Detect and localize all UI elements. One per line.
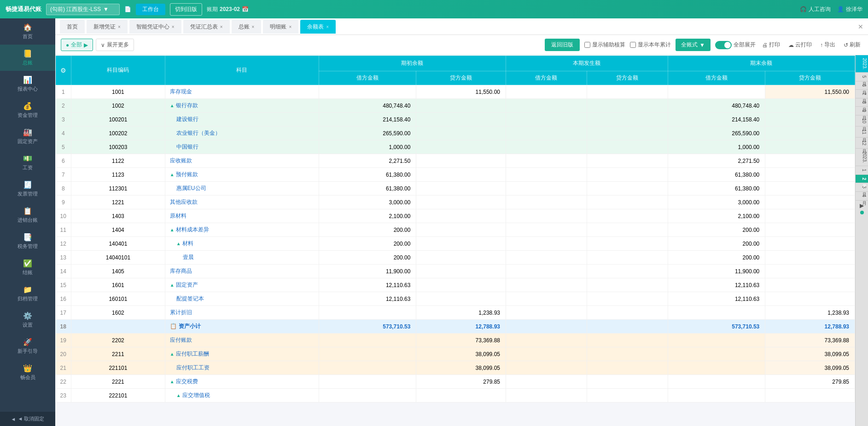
month-4[interactable]: 4月 <box>856 192 868 201</box>
show-aux-checkbox-label[interactable]: 显示辅助核算 <box>584 41 625 49</box>
row-opening_credit <box>416 127 506 140</box>
print-button[interactable]: 🖨 打印 <box>760 40 782 50</box>
gear-settings-icon[interactable]: ⚙ <box>60 67 66 74</box>
back-old-button[interactable]: 返回旧版 <box>545 39 580 51</box>
sidebar-item-member[interactable]: 👑 畅会员 <box>0 359 55 386</box>
month-3[interactable]: 3月 <box>856 183 868 192</box>
row-name[interactable]: ▲预付账款 <box>165 168 319 182</box>
sidebar-item-tax[interactable]: 📑 税务管理 <box>0 228 55 254</box>
row-name[interactable]: 惠属EU公司 <box>165 182 319 196</box>
show-year-accum-label[interactable]: 显示本年累计 <box>630 41 671 49</box>
close-balance-icon[interactable]: × <box>326 24 329 29</box>
row-current_debit <box>506 361 587 375</box>
tab-ledger[interactable]: 总账 × <box>232 20 262 34</box>
row-name[interactable]: ▲材料 <box>165 237 319 251</box>
row-name[interactable]: 壹晨 <box>165 251 319 265</box>
close-ledger-icon[interactable]: × <box>252 24 255 29</box>
row-name[interactable]: 配提签记本 <box>165 292 319 306</box>
tab-balance[interactable]: 余额表 × <box>300 20 336 34</box>
close-smart-center-icon[interactable]: × <box>172 24 175 29</box>
row-name[interactable]: 库存现金 <box>165 85 319 99</box>
month-2-active[interactable]: 2月 <box>856 175 868 184</box>
row-current_credit <box>587 306 668 320</box>
row-name[interactable]: ▲应交税费 <box>165 375 319 389</box>
row-name[interactable]: 应付账款 <box>165 334 319 347</box>
expand-more-button[interactable]: ∨ 展开更多 <box>96 39 134 51</box>
row-opening_credit <box>416 140 506 154</box>
table-right-wrapper: ⚙ 科目编码 科目 期初余额 本 <box>55 55 868 426</box>
year-2023-top[interactable]: 2023. <box>856 55 868 73</box>
row-name[interactable]: 中国银行 <box>165 140 319 154</box>
sidebar-item-payroll[interactable]: 💵 工资 <box>0 150 55 176</box>
sidebar-item-purchase[interactable]: 📋 进销台账 <box>0 202 55 228</box>
month-10[interactable]: 10月 <box>856 115 868 127</box>
settings-col-header[interactable]: ⚙ <box>56 56 71 85</box>
month-7[interactable]: 7月 <box>856 90 868 98</box>
show-year-accum-checkbox[interactable] <box>630 42 636 48</box>
show-aux-checkbox[interactable] <box>584 42 590 48</box>
radio-icon: ● <box>66 42 69 48</box>
row-name[interactable]: 应付职工工资 <box>165 361 319 375</box>
row-opening_debit: 480,748.40 <box>319 99 416 113</box>
export-button[interactable]: ↑ 导出 <box>818 40 837 50</box>
row-closing_debit: 480,748.40 <box>668 99 765 113</box>
close-all-tabs-icon[interactable]: ✕ <box>858 23 863 30</box>
close-voucher-summary-icon[interactable]: × <box>220 24 223 29</box>
row-closing_debit: 3,000.00 <box>668 196 765 209</box>
month-9[interactable]: 9月 <box>856 107 868 115</box>
month-12[interactable]: 12月 <box>856 138 868 149</box>
sidebar-item-reports[interactable]: 📊 报表中心 <box>0 71 55 97</box>
month-5[interactable]: 5月 <box>856 73 868 81</box>
user-menu[interactable]: 👤 徐泽华 <box>837 6 862 13</box>
tab-new-voucher[interactable]: 新增凭证 × <box>87 20 128 34</box>
tab-home[interactable]: 首页 <box>60 20 85 34</box>
sidebar-item-invoice[interactable]: 🧾 发票管理 <box>0 176 55 202</box>
consult-link[interactable]: 🎧 人工咨询 <box>800 6 831 13</box>
sidebar-item-archive[interactable]: 📁 归档管理 <box>0 281 55 307</box>
tab-smart-center[interactable]: 智能凭证中心 × <box>129 20 181 34</box>
sidebar-item-settings[interactable]: ⚙️ 设置 <box>0 307 55 333</box>
close-detail-icon[interactable]: × <box>289 24 291 29</box>
sidebar-item-assets[interactable]: 💰 资金管理 <box>0 97 55 123</box>
tab-detail[interactable]: 明细账 × <box>263 20 298 34</box>
row-code: 1123 <box>71 168 165 182</box>
row-name[interactable]: 农业银行（美金） <box>165 127 319 140</box>
sidebar-item-settle[interactable]: ✅ 结账 <box>0 254 55 281</box>
row-name[interactable]: ▲固定资产 <box>165 278 319 292</box>
row-name[interactable]: ▲材料成本差异 <box>165 223 319 237</box>
tab-voucher-summary[interactable]: 凭证汇总表 × <box>183 20 230 34</box>
row-name[interactable]: 累计折旧 <box>165 306 319 320</box>
expand-all-toggle[interactable]: 全部展开 <box>715 41 756 49</box>
cloud-print-button[interactable]: ☁ 云打印 <box>786 40 814 50</box>
current-group-header: 本期发生额 <box>506 56 668 71</box>
unpin-button[interactable]: ◄ ◄ 取消固定 <box>0 412 55 426</box>
switch-old-button[interactable]: 切到旧版 <box>170 3 202 16</box>
row-name[interactable]: 原材料 <box>165 209 319 223</box>
sidebar-item-guide[interactable]: 🚀 新手引导 <box>0 333 55 359</box>
sidebar-item-ledger[interactable]: 📒 总账 <box>0 45 55 71</box>
refresh-button[interactable]: ↺ 刷新 <box>842 40 862 50</box>
company-selector[interactable]: (勾前) 江西股生-LSS ▼ <box>46 4 120 15</box>
workbench-button[interactable]: 工作台 <box>136 4 165 15</box>
month-1[interactable]: 1月 <box>856 166 868 175</box>
month-8[interactable]: 8月 <box>856 98 868 107</box>
sidebar-item-fixed[interactable]: 🏭 固定资产 <box>0 123 55 150</box>
row-name[interactable]: 应收账款 <box>165 154 319 168</box>
row-name[interactable]: ▲应交增值税 <box>165 389 319 403</box>
all-filter-button[interactable]: ● 全部 ▶ <box>61 39 93 51</box>
sidebar-item-home[interactable]: 🏠 首页 <box>0 18 55 45</box>
user-avatar-icon: 👤 <box>837 6 844 12</box>
month-6[interactable]: 6月 <box>856 81 868 90</box>
row-name[interactable]: 其他应收款 <box>165 196 319 209</box>
row-name[interactable]: ▲应付职工薪酬 <box>165 347 319 361</box>
year-2023-mid[interactable]: 2023. <box>856 149 868 166</box>
panel-expand-icon[interactable]: ▶ <box>860 202 864 209</box>
close-new-voucher-icon[interactable]: × <box>118 24 121 29</box>
row-code: 1601 <box>71 278 165 292</box>
row-name[interactable]: 建设银行 <box>165 113 319 127</box>
row-name[interactable]: ▲银行存款 <box>165 99 319 113</box>
month-11[interactable]: 11月 <box>856 127 868 138</box>
toggle-switch[interactable] <box>715 41 732 49</box>
full-mode-button[interactable]: 全账式 ▼ <box>676 39 711 51</box>
row-name[interactable]: 库存商品 <box>165 265 319 278</box>
